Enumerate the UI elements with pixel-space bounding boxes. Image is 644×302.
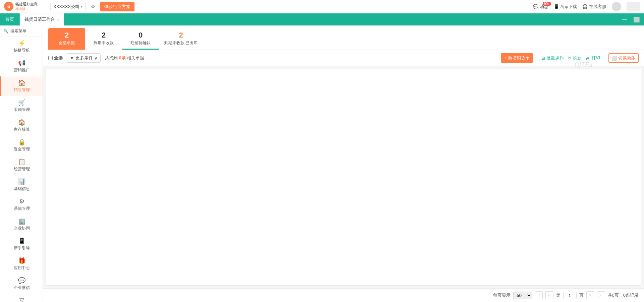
chevron-icon: ∨ [94,56,98,61]
maximize-button[interactable]: ⬜ [632,15,641,24]
sidebar-label-app-center: 应用中心 [14,265,30,271]
batch-label: 批量操作 [546,55,564,61]
toolbar-right: + 新增销货单 ⊞ 批量操作 ↻ 刷新 🖨 打印 ⬜ 切换新版 [501,53,639,63]
tab-home[interactable]: 首页 [0,13,20,25]
refresh-label: 刷新 [573,55,582,61]
building-icon: 🏢 [18,218,25,224]
sidebar-item-marketing[interactable]: 📢 营销推广 [0,57,43,76]
grid-icon: 📊 [18,179,25,185]
main-layout: 🔍 搜索菜单 ⚡ 快捷导航 📢 营销推广 🏠 销售管理 🛒 采购管理 🏠 库存核… [0,25,644,302]
chevron-down-icon: ▾ [81,5,83,8]
stat-label-shipped: 到期未收款 已出库 [164,40,198,46]
per-page-label: 每页显示 [493,292,511,298]
top-header: 6 畅捷通好生意 标准版 XXXXXX公司 ▾ ⚙ 体验行业方案 💬 消息 99… [0,0,644,13]
stat-label-overdue: 到期未收款 [91,40,117,46]
pagination: 每页显示 50 20 100 《 < 第 页 > 》 共0页，0条记录 [43,288,644,302]
sidebar-item-app-center[interactable]: 🎁 应用中心 [0,254,43,274]
app-name: 畅捷通好生意 [15,2,38,6]
switch-version-button[interactable]: ⬜ 切换新版 [608,53,639,63]
select-all-checkbox[interactable]: 全选 [48,55,63,61]
stat-tab-all[interactable]: 2 全部单据 [48,28,85,50]
search-icon: 🔍 [3,29,8,34]
prev-page-button[interactable]: < [545,291,553,299]
stat-tab-shipped[interactable]: 2 到期未收款 已出库 [159,28,203,50]
sidebar-item-inventory[interactable]: 🏠 库存核算 [0,116,43,136]
sidebar-label-system: 系统管理 [14,206,30,212]
sidebar-label-wechat: 企业微信 [14,285,30,291]
sidebar-label-guide: 新手引导 [14,245,30,251]
sidebar-item-wechat[interactable]: 💬 企业微信 [0,274,43,294]
filter-icon: ▼ [70,56,74,61]
avatar[interactable] [612,2,621,11]
message-badge: 99+ [543,2,551,6]
message-icon: 💬 [533,4,538,9]
sidebar-item-system[interactable]: ⚙ 系统管理 [0,195,43,215]
select-all-input[interactable] [48,56,53,60]
stat-tabs: 2 全部单据 2 到期未收款 0 旺铺待确认 2 到期未收款 已出库 [43,25,644,50]
header-right: 💬 消息 99+ 📱 App下载 🎧 在线客服 [533,2,640,11]
content-area: 2 全部单据 2 到期未收款 0 旺铺待确认 2 到期未收款 已出库 全选 [43,25,644,302]
print-button[interactable]: 🖨 打印 [586,55,600,61]
first-page-button[interactable]: 《 [535,291,543,299]
stat-num-all: 2 [54,31,80,40]
divider2 [604,55,604,61]
stat-tab-overdue[interactable]: 2 到期未收款 [85,28,122,50]
sidebar-label-finance: 资金管理 [14,146,30,152]
company-selector[interactable]: XXXXXX公司 ▾ [50,2,86,11]
minimize-button[interactable]: — [620,15,629,24]
app-download-button[interactable]: 📱 App下载 [554,4,577,10]
sidebar-item-operation[interactable]: 📋 经营管理 [0,156,43,175]
message-button[interactable]: 💬 消息 99+ [533,4,548,10]
add-sales-order-button[interactable]: + 新增销货单 [501,53,533,63]
page-label: 第 [556,292,560,298]
print-icon: 🖨 [586,56,590,61]
found-count: 0条 [119,55,126,60]
tab-close-button[interactable]: × [57,17,59,21]
online-service-button[interactable]: 🎧 在线客服 [582,4,606,10]
refresh-icon: ↻ [568,56,572,61]
page-input[interactable] [563,292,577,299]
sidebar-item-guide[interactable]: 📱 新手引导 [0,235,43,254]
refresh-button[interactable]: ↻ 刷新 [568,55,582,61]
stat-num-overdue: 2 [91,31,117,40]
sidebar-item-purchase[interactable]: 🛒 采购管理 [0,96,43,116]
settings-button[interactable]: ⚙ [88,2,98,11]
filter-label: 更多条件 [75,55,93,61]
filter-button[interactable]: ▼ 更多条件 ∨ [67,53,101,63]
page-suffix: 页 [579,292,584,298]
lightning-icon: ⚡ [18,40,25,46]
sidebar-item-member[interactable]: ▽ 畅会员 [0,294,43,302]
sidebar-item-sales[interactable]: 🏠 销售管理 [0,76,43,96]
sales-icon: 🏠 [18,80,25,86]
app-edition: 标准版 [15,7,38,11]
cart-icon: 🛒 [18,100,25,106]
tab-active-label: 钱货日清工作台 [24,16,55,22]
stat-label-pending: 旺铺待确认 [127,40,154,46]
sidebar-item-finance[interactable]: 🔒 资金管理 [0,136,43,156]
sidebar-item-quick-nav[interactable]: ⚡ 快捷导航 [0,37,43,57]
next-page-button[interactable]: > [586,291,594,299]
batch-operation-button[interactable]: ⊞ 批量操作 [541,55,564,61]
trial-button[interactable]: 体验行业方案 [100,2,135,11]
stat-num-shipped: 2 [164,31,198,40]
switch-icon: ⬜ [611,56,617,61]
lock-icon: 🔒 [18,139,25,145]
sidebar-item-basic[interactable]: 📊 基础信息 [0,175,43,195]
tab-active[interactable]: 钱货日清工作台 × [20,13,64,25]
sidebar-item-enterprise[interactable]: 🏢 企业协同 [0,215,43,235]
sidebar: 🔍 搜索菜单 ⚡ 快捷导航 📢 营销推广 🏠 销售管理 🛒 采购管理 🏠 库存核… [0,25,43,302]
sidebar-label-quick-nav: 快捷导航 [14,48,30,53]
search-menu-button[interactable]: 🔍 搜索菜单 [0,25,43,37]
total-label: 共0页，0条记录 [608,292,639,298]
online-service-label: 在线客服 [589,4,606,10]
table-area [46,69,641,286]
sidebar-label-basic: 基础信息 [14,186,30,192]
stat-num-pending: 0 [127,31,154,40]
megaphone-icon: 📢 [18,60,25,66]
gear-icon: ⚙ [19,198,24,204]
user-name-area[interactable] [627,2,640,11]
per-page-select[interactable]: 50 20 100 [513,292,532,299]
found-text: 共找到 0条 相关单据 [105,55,144,61]
last-page-button[interactable]: 》 [597,291,605,299]
stat-tab-pending[interactable]: 0 旺铺待确认 [122,28,159,50]
